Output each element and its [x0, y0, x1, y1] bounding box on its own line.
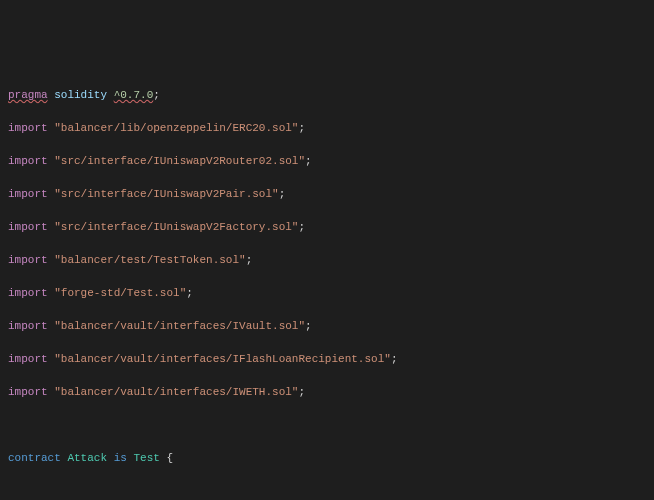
pragma-line: pragma solidity ^0.7.0; — [8, 87, 654, 104]
contract-decl: contract Attack is Test { — [8, 450, 654, 467]
blank-line — [8, 483, 654, 500]
solidity-ident: solidity — [54, 89, 107, 101]
pragma-keyword: pragma — [8, 89, 48, 101]
code-editor: pragma solidity ^0.7.0; import "balancer… — [8, 70, 654, 500]
version: ^0.7.0 — [114, 89, 154, 101]
import-line: import "src/interface/IUniswapV2Pair.sol… — [8, 186, 654, 203]
blank-line — [8, 417, 654, 434]
import-line: import "balancer/lib/openzeppelin/ERC20.… — [8, 120, 654, 137]
import-line: import "src/interface/IUniswapV2Factory.… — [8, 219, 654, 236]
import-line: import "balancer/vault/interfaces/IVault… — [8, 318, 654, 335]
import-line: import "src/interface/IUniswapV2Router02… — [8, 153, 654, 170]
import-line: import "forge-std/Test.sol"; — [8, 285, 654, 302]
import-line: import "balancer/test/TestToken.sol"; — [8, 252, 654, 269]
import-line: import "balancer/vault/interfaces/IFlash… — [8, 351, 654, 368]
import-line: import "balancer/vault/interfaces/IWETH.… — [8, 384, 654, 401]
